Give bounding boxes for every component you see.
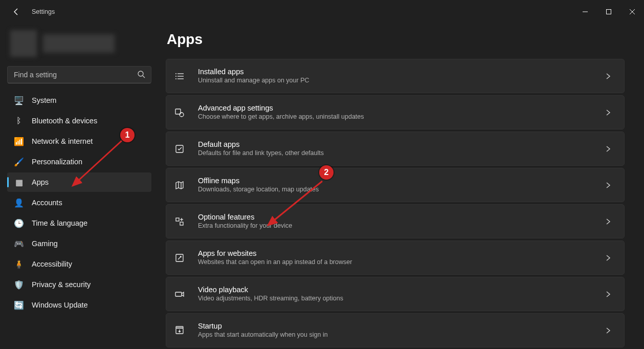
time-language-icon: 🕒: [12, 219, 26, 228]
back-arrow-icon: [12, 8, 20, 16]
settings-card-startup[interactable]: StartupApps that start automatically whe…: [166, 313, 625, 347]
avatar: [10, 30, 37, 57]
maximize-icon: [606, 9, 611, 14]
card-description: Extra functionality for your device: [198, 222, 605, 230]
nav-list: 🖥️SystemᛒBluetooth & devices📶Network & i…: [7, 91, 151, 315]
card-title: Apps for websites: [198, 249, 605, 258]
settings-card-installed-apps[interactable]: Installed appsUninstall and manage apps …: [166, 59, 625, 93]
card-title: Optional features: [198, 212, 605, 222]
system-icon: 🖥️: [12, 96, 26, 105]
installed-apps-icon: [174, 71, 192, 81]
apps-icon: ▦: [12, 178, 26, 187]
window-title: Settings: [32, 8, 55, 15]
user-name: [43, 34, 115, 53]
search-container: [7, 66, 151, 83]
annotation-marker-2: 2: [319, 165, 334, 180]
user-profile[interactable]: [7, 27, 151, 60]
main-content: Apps Installed appsUninstall and manage …: [159, 23, 644, 349]
settings-card-apps-for-websites[interactable]: Apps for websitesWebsites that can open …: [166, 241, 625, 275]
nav-item-label: Privacy & security: [32, 280, 91, 289]
svg-rect-1: [607, 9, 611, 14]
network-icon: 📶: [12, 137, 26, 146]
svg-rect-18: [180, 222, 183, 225]
nav-item-privacy-security[interactable]: 🛡️Privacy & security: [7, 275, 151, 294]
settings-card-optional-features[interactable]: Optional featuresExtra functionality for…: [166, 204, 625, 238]
settings-card-default-apps[interactable]: Default appsDefaults for file and link t…: [166, 132, 625, 166]
chevron-right-icon: [605, 218, 612, 225]
svg-point-2: [138, 71, 143, 76]
settings-card-advanced-app-settings[interactable]: Advanced app settingsChoose where to get…: [166, 95, 625, 129]
nav-item-bluetooth-devices[interactable]: ᛒBluetooth & devices: [7, 111, 151, 130]
nav-item-apps[interactable]: ▦Apps: [7, 172, 151, 192]
settings-card-video-playback[interactable]: Video playbackVideo adjustments, HDR str…: [166, 277, 625, 311]
nav-item-windows-update[interactable]: 🔄Windows Update: [7, 295, 151, 315]
chevron-right-icon: [605, 327, 612, 334]
page-title: Apps: [166, 31, 625, 48]
default-apps-icon: [174, 144, 192, 154]
nav-item-gaming[interactable]: 🎮Gaming: [7, 234, 151, 253]
card-text: StartupApps that start automatically whe…: [198, 321, 605, 340]
card-title: Startup: [198, 321, 605, 331]
card-title: Installed apps: [198, 67, 605, 77]
settings-card-offline-maps[interactable]: Offline mapsDownloads, storage location,…: [166, 168, 625, 202]
apps-for-websites-icon: [174, 253, 192, 263]
personalization-icon: 🖌️: [12, 157, 26, 167]
card-title: Default apps: [198, 140, 605, 149]
card-text: Apps for websitesWebsites that can open …: [198, 249, 605, 267]
optional-features-icon: [174, 216, 192, 227]
offline-maps-icon: [174, 180, 192, 190]
card-description: Choose where to get apps, archive apps, …: [198, 113, 605, 121]
advanced-app-settings-icon: [174, 107, 192, 118]
nav-item-personalization[interactable]: 🖌️Personalization: [7, 152, 151, 171]
nav-item-label: Accounts: [32, 199, 62, 207]
svg-rect-24: [176, 326, 183, 328]
privacy-icon: 🛡️: [12, 280, 26, 290]
card-description: Websites that can open in an app instead…: [198, 258, 605, 267]
card-description: Video adjustments, HDR streaming, batter…: [198, 294, 605, 303]
chevron-right-icon: [605, 145, 612, 152]
startup-icon: [174, 325, 192, 336]
nav-item-accounts[interactable]: 👤Accounts: [7, 193, 151, 212]
card-title: Advanced app settings: [198, 103, 605, 113]
chevron-right-icon: [605, 109, 612, 116]
minimize-button[interactable]: [573, 3, 597, 20]
svg-line-3: [143, 76, 145, 78]
bluetooth-icon: ᛒ: [12, 116, 26, 125]
close-button[interactable]: [620, 3, 644, 20]
maximize-button[interactable]: [597, 3, 620, 20]
card-title: Video playback: [198, 285, 605, 295]
nav-item-system[interactable]: 🖥️System: [7, 91, 151, 110]
nav-item-label: Windows Update: [32, 301, 88, 309]
nav-item-label: System: [32, 96, 56, 104]
nav-item-label: Personalization: [32, 158, 82, 166]
settings-card-list: Installed appsUninstall and manage apps …: [166, 59, 625, 347]
search-input[interactable]: [7, 66, 151, 83]
card-text: Video playbackVideo adjustments, HDR str…: [198, 285, 605, 303]
accounts-icon: 👤: [12, 198, 26, 208]
nav-item-time-language[interactable]: 🕒Time & language: [7, 213, 151, 233]
minimize-icon: [583, 9, 588, 14]
svg-rect-17: [176, 218, 179, 221]
sidebar: 🖥️SystemᛒBluetooth & devices📶Network & i…: [0, 23, 159, 349]
card-text: Advanced app settingsChoose where to get…: [198, 103, 605, 122]
nav-item-accessibility[interactable]: 🧍Accessibility: [7, 254, 151, 274]
annotation-marker-1: 1: [120, 128, 135, 142]
card-text: Optional featuresExtra functionality for…: [198, 212, 605, 231]
card-description: Uninstall and manage apps on your PC: [198, 76, 605, 85]
svg-point-11: [180, 113, 184, 117]
video-playback-icon: [174, 289, 192, 299]
chevron-right-icon: [605, 254, 612, 261]
nav-item-label: Bluetooth & devices: [32, 117, 97, 125]
back-button[interactable]: [8, 4, 25, 20]
nav-item-label: Time & language: [32, 219, 87, 227]
card-text: Default appsDefaults for file and link t…: [198, 140, 605, 158]
nav-item-label: Network & internet: [32, 137, 93, 145]
card-title: Offline maps: [198, 176, 605, 186]
search-icon: [137, 70, 145, 78]
accessibility-icon: 🧍: [12, 259, 26, 269]
chevron-right-icon: [605, 291, 612, 298]
svg-rect-14: [176, 145, 183, 152]
nav-item-label: Gaming: [32, 239, 58, 248]
card-description: Defaults for file and link types, other …: [198, 149, 605, 158]
card-description: Downloads, storage location, map updates: [198, 185, 605, 194]
